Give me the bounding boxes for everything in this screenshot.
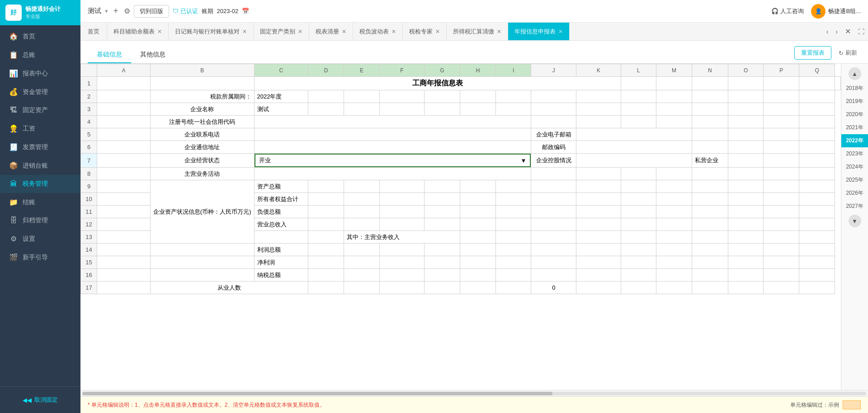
cell-2-g[interactable]	[424, 90, 460, 103]
cell-6-k[interactable]	[576, 141, 692, 154]
cell-13-o[interactable]	[728, 231, 764, 244]
cell-9-e[interactable]	[344, 180, 379, 193]
cell-1-l[interactable]	[656, 77, 692, 90]
cell-10-g[interactable]	[424, 193, 460, 206]
cell-15-b[interactable]	[150, 256, 254, 269]
cell-1-p[interactable]	[799, 77, 835, 90]
cell-4-q[interactable]	[799, 116, 835, 128]
cell-12-q[interactable]	[799, 218, 835, 231]
cell-1-q[interactable]	[835, 77, 841, 90]
sidebar-item-payroll[interactable]: 👷 工资	[0, 119, 80, 138]
cell-8-a[interactable]	[97, 168, 151, 180]
cell-14-n[interactable]	[692, 244, 728, 256]
cell-11-e[interactable]	[344, 206, 379, 218]
cell-17-e[interactable]	[344, 282, 379, 294]
cell-9-n[interactable]	[692, 180, 728, 193]
cell-10-q[interactable]	[799, 193, 835, 206]
cell-3-c[interactable]: 测试	[254, 103, 308, 116]
cell-17-a[interactable]	[97, 282, 151, 294]
cell-2-e[interactable]	[344, 90, 379, 103]
cell-4-b[interactable]: 注册号/统一社会信用代码	[150, 116, 254, 128]
cell-15-m[interactable]	[656, 256, 692, 269]
cell-16-q[interactable]	[799, 269, 835, 282]
spreadsheet-main[interactable]: A B C D E F G H I J K L M	[80, 64, 841, 390]
cell-17-m[interactable]	[656, 282, 692, 294]
cell-3-f[interactable]	[380, 103, 425, 116]
cell-11-g[interactable]	[424, 206, 460, 218]
cell-17-i[interactable]	[495, 282, 531, 294]
cell-11-a[interactable]	[97, 206, 151, 218]
cell-8-k[interactable]	[576, 168, 621, 180]
cell-1-k[interactable]	[621, 77, 656, 90]
cell-10-h[interactable]	[460, 193, 496, 206]
cell-9-k[interactable]	[576, 180, 621, 193]
cell-5-n[interactable]	[692, 128, 728, 141]
cell-16-b[interactable]	[150, 269, 254, 282]
cell-3-j[interactable]	[531, 103, 576, 116]
cell-13-i[interactable]	[495, 231, 531, 244]
cell-14-h[interactable]	[460, 244, 496, 256]
cell-16-a[interactable]	[97, 269, 151, 282]
cell-1-b[interactable]	[150, 77, 254, 90]
cell-10-m[interactable]	[656, 193, 692, 206]
reset-report-btn[interactable]: 重置报表	[794, 46, 831, 60]
cell-17-l[interactable]	[621, 282, 656, 294]
cell-2-n[interactable]	[692, 90, 728, 103]
cell-16-d[interactable]	[308, 269, 344, 282]
cell-10-o[interactable]	[728, 193, 764, 206]
cell-10-j[interactable]	[531, 193, 576, 206]
cell-7-p[interactable]	[764, 154, 799, 168]
cell-5-o[interactable]	[728, 128, 764, 141]
cell-8-c[interactable]	[254, 168, 531, 180]
cell-13-p[interactable]	[764, 231, 799, 244]
cell-7-c-dropdown[interactable]: 开业 ▼	[254, 154, 531, 168]
cell-9-d[interactable]	[308, 180, 344, 193]
topbar-gear-icon[interactable]: ⚙	[124, 7, 130, 15]
cell-8-p[interactable]	[764, 168, 799, 180]
cell-16-f[interactable]	[380, 269, 425, 282]
cell-16-m[interactable]	[656, 269, 692, 282]
cell-9-p[interactable]	[764, 180, 799, 193]
cell-10-l[interactable]	[621, 193, 656, 206]
tab-income-tax-close[interactable]: ✕	[497, 28, 501, 35]
cell-17-q[interactable]	[799, 282, 835, 294]
cell-13-a[interactable]	[97, 231, 151, 244]
cell-3-e[interactable]	[344, 103, 379, 116]
h-scrollbar[interactable]	[80, 390, 868, 396]
cell-17-g[interactable]	[424, 282, 460, 294]
cell-16-l[interactable]	[621, 269, 656, 282]
cell-2-f[interactable]	[380, 90, 425, 103]
cell-2-i[interactable]	[495, 90, 531, 103]
tab-income-tax[interactable]: 所得税汇算清缴 ✕	[447, 23, 508, 40]
cell-10-f[interactable]	[380, 193, 425, 206]
cell-2-h[interactable]	[460, 90, 496, 103]
cell-9-l[interactable]	[621, 180, 656, 193]
year-nav-down-btn[interactable]: ▼	[849, 215, 861, 227]
cell-3-a[interactable]	[97, 103, 151, 116]
cell-9-o[interactable]	[728, 180, 764, 193]
tab-next-arrow[interactable]: ›	[832, 28, 841, 35]
cell-6-p[interactable]	[764, 141, 799, 154]
cell-17-p[interactable]	[764, 282, 799, 294]
cell-17-f[interactable]	[380, 282, 425, 294]
cell-11-o[interactable]	[728, 206, 764, 218]
cell-1-a[interactable]	[97, 77, 151, 90]
cell-15-p[interactable]	[764, 256, 799, 269]
cell-5-b[interactable]: 企业联系电话	[150, 128, 254, 141]
cell-15-q[interactable]	[799, 256, 835, 269]
cell-8-o[interactable]	[728, 168, 764, 180]
cell-2-m[interactable]	[656, 90, 692, 103]
cell-17-n[interactable]	[692, 282, 728, 294]
cell-8-m[interactable]	[656, 168, 692, 180]
cell-3-o[interactable]	[728, 103, 764, 116]
sidebar-item-funds[interactable]: 💰 资金管理	[0, 83, 80, 101]
tab-tax-fluctuation[interactable]: 税负波动表 ✕	[353, 23, 403, 40]
cell-3-i[interactable]	[495, 103, 531, 116]
cell-9-b[interactable]: 企业资产状况信息(币种：人民币万元)	[150, 180, 254, 244]
cell-4-o[interactable]	[728, 116, 764, 128]
cell-5-p[interactable]	[764, 128, 799, 141]
cell-2-b[interactable]: 税款所属期间：	[150, 90, 254, 103]
tab-annual-report[interactable]: 年报信息申报表 ✕	[508, 23, 570, 40]
cell-15-g[interactable]	[424, 256, 460, 269]
cell-7-o[interactable]	[728, 154, 764, 168]
